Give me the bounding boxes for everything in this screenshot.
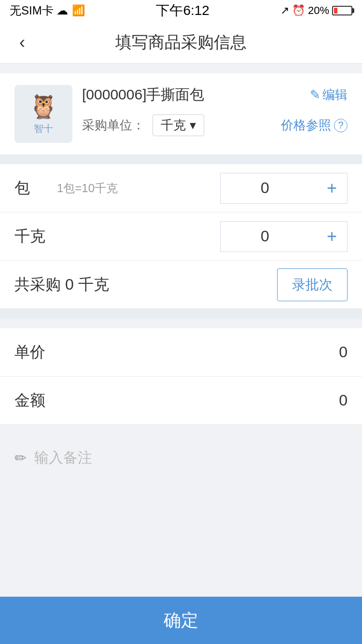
battery-icon bbox=[332, 6, 352, 15]
kg-input-row: 千克 + bbox=[0, 212, 362, 261]
location-icon: ↗ bbox=[280, 4, 289, 17]
confirm-label: 确定 bbox=[164, 609, 198, 632]
kg-label: 千克 bbox=[14, 226, 53, 247]
kg-input-box: + bbox=[220, 221, 348, 252]
status-right: ↗ ⏰ 20% bbox=[280, 4, 352, 17]
product-card: 🦉 智十 [0000006]手撕面包 ✎ 编辑 采购单位： 千克 ▾ 价格参照 … bbox=[0, 73, 362, 154]
no-sim-text: 无SIM卡 ☁ bbox=[10, 3, 68, 18]
wifi-icon: 📶 bbox=[72, 4, 85, 17]
confirm-button[interactable]: 确定 bbox=[0, 597, 362, 644]
battery-fill bbox=[334, 8, 337, 14]
product-header: [0000006]手撕面包 ✎ 编辑 bbox=[82, 85, 348, 105]
unit-label: 采购单位： bbox=[82, 117, 145, 134]
status-left: 无SIM卡 ☁ 📶 bbox=[10, 3, 85, 18]
edit-icon: ✎ bbox=[310, 87, 320, 102]
pack-label: 包 bbox=[14, 178, 53, 199]
product-name: [0000006]手撕面包 bbox=[82, 85, 204, 105]
batch-button[interactable]: 录批次 bbox=[277, 268, 348, 301]
amount-row: 金额 0 bbox=[0, 377, 362, 425]
price-row: 单价 0 bbox=[0, 328, 362, 377]
alarm-icon: ⏰ bbox=[292, 4, 305, 17]
status-time: 下午6:12 bbox=[156, 1, 209, 20]
summary-text: 共采购 0 千克 bbox=[14, 274, 109, 295]
edit-button[interactable]: ✎ 编辑 bbox=[310, 86, 348, 103]
kg-plus-button[interactable]: + bbox=[317, 221, 348, 252]
section-divider-2 bbox=[0, 309, 362, 319]
product-unit-row: 采购单位： 千克 ▾ 价格参照 ? bbox=[82, 114, 348, 136]
summary-row: 共采购 0 千克 录批次 bbox=[0, 261, 362, 309]
pack-number-input[interactable] bbox=[220, 173, 317, 204]
amount-label: 金额 bbox=[14, 390, 45, 411]
product-thumbnail: 🦉 智十 bbox=[14, 85, 72, 143]
price-ref-icon: ? bbox=[334, 119, 348, 132]
pack-input-box: + bbox=[220, 173, 348, 204]
quantity-input-section: 包 1包=10千克 + 千克 + 共采购 0 千克 录批次 bbox=[0, 164, 362, 309]
price-ref-label: 价格参照 bbox=[281, 117, 331, 134]
section-divider-1 bbox=[0, 154, 362, 164]
remark-section[interactable]: ✏ 输入备注 bbox=[0, 434, 362, 481]
pack-plus-button[interactable]: + bbox=[317, 173, 348, 204]
product-thumb-icon: 🦉 bbox=[29, 93, 58, 120]
page-title: 填写商品采购信息 bbox=[115, 31, 247, 54]
kg-number-input[interactable] bbox=[220, 221, 317, 252]
status-bar: 无SIM卡 ☁ 📶 下午6:12 ↗ ⏰ 20% bbox=[0, 0, 362, 21]
price-value: 0 bbox=[339, 343, 348, 361]
price-label: 单价 bbox=[14, 342, 45, 363]
pencil-icon: ✏ bbox=[14, 449, 27, 466]
price-amount-section: 单价 0 金额 0 bbox=[0, 328, 362, 425]
product-info: [0000006]手撕面包 ✎ 编辑 采购单位： 千克 ▾ 价格参照 ? bbox=[82, 85, 348, 136]
remark-placeholder: 输入备注 bbox=[34, 448, 92, 468]
amount-value: 0 bbox=[339, 392, 348, 409]
unit-select[interactable]: 千克 ▾ bbox=[153, 114, 204, 136]
price-ref-button[interactable]: 价格参照 ? bbox=[281, 117, 348, 134]
nav-bar: ‹ 填写商品采购信息 bbox=[0, 21, 362, 64]
unit-value: 千克 bbox=[161, 117, 186, 134]
battery-percent: 20% bbox=[308, 4, 329, 17]
dropdown-icon: ▾ bbox=[190, 118, 196, 133]
pack-sublabel: 1包=10千克 bbox=[57, 181, 118, 196]
edit-label: 编辑 bbox=[322, 86, 348, 103]
product-thumb-label: 智十 bbox=[34, 122, 53, 135]
back-button[interactable]: ‹ bbox=[14, 28, 30, 57]
pack-input-row: 包 1包=10千克 + bbox=[0, 164, 362, 212]
